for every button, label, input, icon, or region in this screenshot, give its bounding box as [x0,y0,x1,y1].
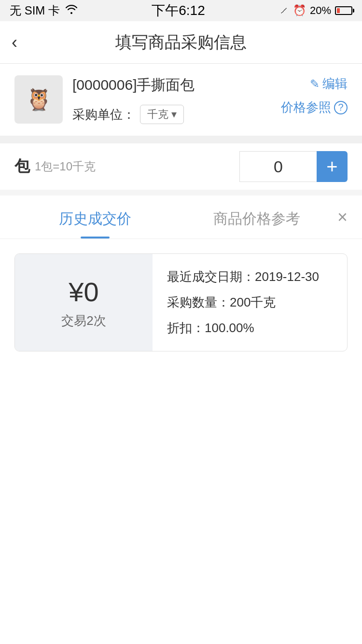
trade-count: 交易2次 [61,312,106,329]
unit-selector[interactable]: 千克 ▾ [140,105,184,124]
quantity-plus-button[interactable]: + [317,151,348,182]
help-icon: ? [334,101,348,114]
purchase-unit-label: 采购单位： [72,106,135,123]
wifi-icon [65,4,78,17]
plus-icon: + [326,156,337,178]
quantity-unit: 包 [14,156,30,177]
price-amount: ¥0 [69,276,98,308]
product-left: 🦉 [0000006]手撕面包 采购单位： 千克 ▾ [14,75,195,124]
battery-percent: 20% [310,4,331,17]
currency-symbol: ¥ [69,277,84,307]
status-right: ⟋ ⏰ 20% [278,4,352,17]
status-time: 下午6:12 [152,1,205,20]
main-content-area [0,366,362,644]
status-bar: 无 SIM 卡 下午6:12 ⟋ ⏰ 20% [0,0,362,21]
nav-bar: ‹ 填写商品采购信息 [0,21,362,64]
quantity-section: 包 1包=10千克 + [0,143,362,190]
page-title: 填写商品采购信息 [115,31,247,54]
product-name: [0000006]手撕面包 [72,75,195,95]
purchase-qty-row: 采购数量：200千克 [167,294,333,311]
status-left: 无 SIM 卡 [10,3,78,18]
recent-date-value: 2019-12-30 [255,269,319,284]
price-card: ¥0 交易2次 最近成交日期：2019-12-30 采购数量：200千克 折扣：… [14,253,348,351]
product-section: 🦉 [0000006]手撕面包 采购单位： 千克 ▾ ✎ 编辑 价格参照 [0,64,362,136]
quantity-sub-text: 1包=10千克 [35,159,96,174]
amount-value: 0 [84,277,99,307]
price-card-left: ¥0 交易2次 [15,254,153,351]
product-info: [0000006]手撕面包 采购单位： 千克 ▾ [72,75,195,124]
quantity-label: 包 1包=10千克 [14,156,96,177]
tab-history-price[interactable]: 历史成交价 [14,196,176,238]
edit-label: 编辑 [322,75,348,92]
purchase-qty-value: 200千克 [230,295,276,309]
carrier-text: 无 SIM 卡 [10,3,60,18]
location-icon: ⟋ [278,4,289,17]
purchase-qty-label: 采购数量： [167,295,230,309]
price-reference-button[interactable]: 价格参照 ? [281,99,348,116]
product-header: 🦉 [0000006]手撕面包 采购单位： 千克 ▾ ✎ 编辑 价格参照 [14,75,348,124]
product-logo-icon: 🦉 [26,87,52,112]
tab-close-button[interactable]: × [337,197,348,237]
price-card-right: 最近成交日期：2019-12-30 采购数量：200千克 折扣：100.00% [153,254,347,351]
dropdown-arrow-icon: ▾ [171,108,177,121]
recent-date-label: 最近成交日期： [167,269,255,284]
discount-row: 折扣：100.00% [167,320,333,336]
edit-icon: ✎ [310,77,320,91]
quantity-controls: + [239,151,348,182]
battery-icon [335,6,352,15]
edit-button[interactable]: ✎ 编辑 [310,75,348,92]
discount-value: 100.00% [205,321,254,335]
tabs-section: 历史成交价 商品价格参考 × ¥0 交易2次 最近成交日期：2019-12-30… [0,196,362,644]
tabs-header: 历史成交价 商品价格参考 × [0,196,362,239]
product-thumbnail: 🦉 [14,75,63,124]
close-icon: × [337,207,348,227]
top-right-actions: ✎ 编辑 价格参照 ? [281,75,348,116]
tab-product-price-ref[interactable]: 商品价格参考 [176,196,337,238]
alarm-icon: ⏰ [293,4,306,17]
back-button[interactable]: ‹ [12,32,17,53]
price-ref-label: 价格参照 [281,99,331,116]
quantity-input[interactable] [239,151,317,182]
product-unit-row: 采购单位： 千克 ▾ [72,105,195,124]
unit-value: 千克 [147,107,168,122]
discount-label: 折扣： [167,321,205,335]
recent-date-row: 最近成交日期：2019-12-30 [167,268,333,285]
tab-history-label: 历史成交价 [59,210,131,226]
tab-price-ref-label: 商品价格参考 [213,210,300,226]
section-divider [0,136,362,143]
